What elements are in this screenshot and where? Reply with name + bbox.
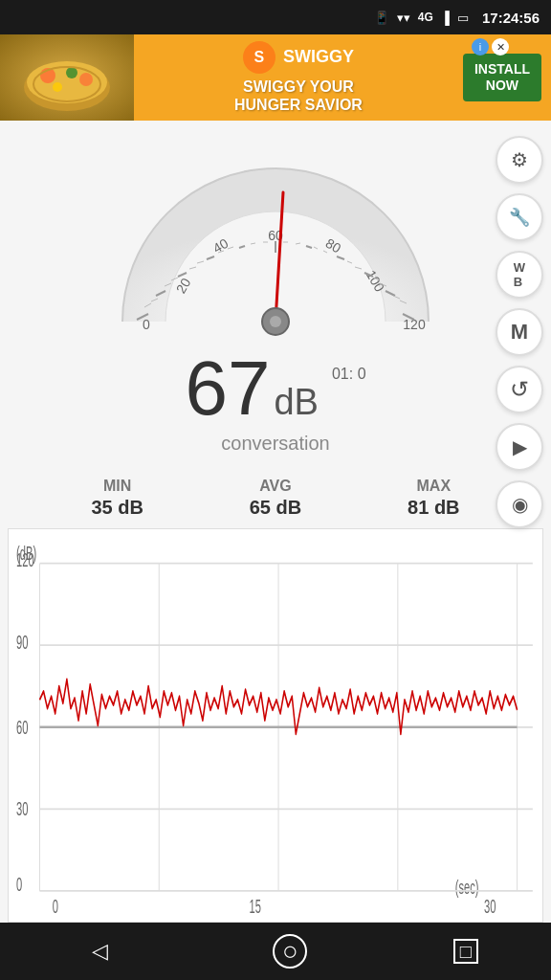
swiggy-logo: S <box>243 41 276 74</box>
svg-text:120: 120 <box>16 550 34 570</box>
reading-value: 67 <box>185 350 270 427</box>
reset-button[interactable]: ↺ <box>496 366 543 413</box>
reading-display: 67 dB 01: 0 conversation <box>0 350 551 464</box>
stats-area: MIN 35 dB AVG 65 dB MAX 81 dB <box>0 468 551 528</box>
stat-max: MAX 81 dB <box>408 478 459 519</box>
stat-avg-value: 65 dB <box>250 497 301 519</box>
settings-button[interactable]: ⚙ <box>496 136 543 184</box>
svg-text:90: 90 <box>16 633 28 653</box>
ad-content: S SWIGGY SWIGGY YOURHUNGER SAVIOR <box>134 34 463 121</box>
wb-button[interactable]: WB <box>496 251 543 299</box>
svg-text:30: 30 <box>484 897 496 917</box>
svg-text:60: 60 <box>16 718 28 738</box>
signal-icon: ▐ <box>441 11 450 25</box>
stat-min: MIN 35 dB <box>91 478 143 519</box>
phone-icon: 📱 <box>374 11 389 25</box>
ad-banner: S SWIGGY SWIGGY YOURHUNGER SAVIOR INSTAL… <box>0 34 551 121</box>
bottom-nav: ◁ ○ □ <box>0 923 551 980</box>
ad-info-button[interactable]: i <box>472 38 489 56</box>
svg-text:15: 15 <box>250 897 261 917</box>
m-button[interactable]: M <box>496 308 543 356</box>
stat-min-label: MIN <box>91 478 143 495</box>
stat-avg: AVG 65 dB <box>250 478 301 519</box>
stat-max-label: MAX <box>408 478 459 495</box>
gauge-area: 0 20 40 60 80 100 120 <box>0 121 551 360</box>
ad-tagline: SWIGGY YOURHUNGER SAVIOR <box>234 78 363 114</box>
svg-rect-48 <box>9 529 542 922</box>
back-button[interactable]: ◁ <box>73 931 127 971</box>
sidebar-buttons: ⚙ 🔧 WB M ↺ ▶ ◉ <box>496 136 543 528</box>
svg-text:(sec): (sec) <box>455 878 479 898</box>
svg-text:30: 30 <box>16 799 28 819</box>
status-bar: 📱 ▾▾ 4G ▐ ▭ 17:24:56 <box>0 0 551 34</box>
svg-point-47 <box>270 316 281 327</box>
play-button[interactable]: ▶ <box>496 423 543 471</box>
svg-text:0: 0 <box>16 875 22 895</box>
home-button[interactable]: ○ <box>273 934 307 969</box>
battery-icon: ▭ <box>457 11 469 25</box>
recent-button[interactable]: □ <box>453 939 478 964</box>
status-time: 17:24:56 <box>482 10 540 26</box>
svg-text:0: 0 <box>53 897 58 917</box>
swiggy-logo-area: S SWIGGY <box>243 41 354 74</box>
compass-button[interactable]: ◉ <box>496 480 543 528</box>
4g-icon: 4G <box>418 11 433 24</box>
svg-point-5 <box>53 82 62 92</box>
stat-min-value: 35 dB <box>91 497 143 519</box>
ad-close-button[interactable]: ✕ <box>492 38 509 56</box>
brand-name: SWIGGY <box>283 47 354 67</box>
ad-image <box>0 34 134 121</box>
svg-point-4 <box>79 73 93 86</box>
chart-area: (dB) 120 90 60 30 0 0 15 30 (sec) <box>8 528 543 923</box>
wifi-icon: ▾▾ <box>397 11 410 25</box>
wrench-button[interactable]: 🔧 <box>496 193 543 241</box>
reading-timer: 01: 0 <box>332 366 366 383</box>
reading-unit: dB <box>274 382 318 423</box>
reading-label: conversation <box>0 433 551 455</box>
main-content: ⚙ 🔧 WB M ↺ ▶ ◉ <box>0 121 551 923</box>
svg-point-3 <box>66 67 77 78</box>
gauge-svg: 0 20 40 60 80 100 120 <box>94 140 457 350</box>
stat-max-value: 81 dB <box>408 497 459 519</box>
food-image <box>0 34 134 121</box>
stat-avg-label: AVG <box>250 478 301 495</box>
svg-text:0: 0 <box>143 317 150 332</box>
install-button[interactable]: INSTALLNOW <box>463 54 541 101</box>
